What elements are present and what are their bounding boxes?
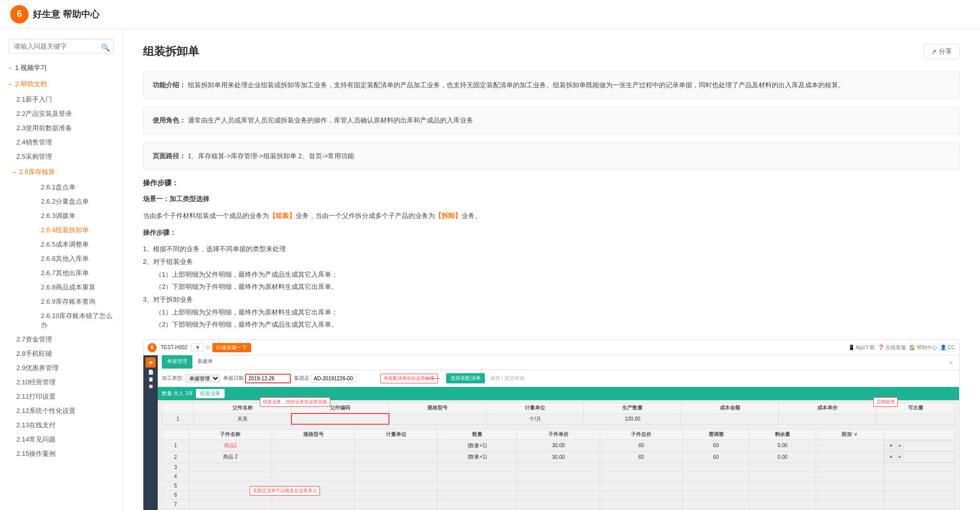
step3: 3、对于拆卸业务: [143, 294, 960, 306]
table-row: 4: [162, 472, 955, 481]
sim-app-icon: 📱 App下载: [848, 344, 875, 351]
sim-nav-icon4[interactable]: 🔲: [148, 384, 154, 389]
logo-title: 好生意 帮助中心: [33, 8, 100, 20]
share-button[interactable]: ↗ 分享: [923, 44, 960, 59]
sim-topbar-left: 6 TEST-H002 ▼ ⚙ 闪速新建一下: [148, 343, 251, 352]
sim-company: TEST-H002: [161, 345, 187, 350]
sidebar-item-video[interactable]: + 1.视频学习: [0, 60, 122, 76]
sim-type-text: 数量 共人 1/8: [162, 390, 192, 397]
sim-lower-table: 子件名称 规格型号 计量单位 数量 子件单价 子件总价 需调整: [158, 427, 959, 510]
func-intro-block: 功能介绍： 组装拆卸单用来处理企业组装或拆卸等加工业务，支持有固定装配清单的产品…: [143, 71, 960, 99]
sidebar: 🔍 + 1.视频学习 − 2.帮助文档 2.1新手入门 2.2产品安装及登录 2…: [0, 29, 122, 510]
sim-subtab-new[interactable]: 单据管理: [162, 355, 192, 369]
table-row: 1 商品1 (数量+1) 30.00 60 60: [162, 440, 955, 452]
sim-actions: 保存 | 提交审核: [490, 375, 525, 382]
page-title: 组装拆卸单: [143, 44, 199, 59]
th-unit: 计量单位: [486, 403, 584, 414]
annotation-btn1: 选择装配清单: [446, 373, 485, 383]
sidebar-item-cost-recalc[interactable]: 2.6.8商品成本重算: [24, 280, 122, 295]
sim-nav-icon3[interactable]: 📋: [148, 377, 154, 382]
layout: 🔍 + 1.视频学习 − 2.帮助文档 2.1新手入门 2.2产品安装及登录 2…: [0, 29, 980, 510]
table-row: 3: [162, 463, 955, 472]
sidebar-item-ledger[interactable]: 2.6.9库存账本查询: [24, 295, 122, 309]
sim-dropdown[interactable]: ▼: [191, 343, 204, 352]
sidebar-item-assembly[interactable]: 2.6.4组装拆卸单: [24, 223, 122, 237]
sidebar-item-docs[interactable]: − 2.帮助文档: [0, 76, 122, 92]
sim-close-icon[interactable]: ✕: [949, 360, 953, 366]
sidebar-item-purchase[interactable]: 2.5采购管理: [0, 150, 122, 164]
sidebar-item-custom[interactable]: 2.12系统个性化设置: [0, 404, 122, 418]
sim-close-area: ✕: [949, 355, 955, 370]
role-intro-block: 使用角色： 通常由生产人员或库管人员完成拆装业务的操作，库管人员确认原材料的出库…: [143, 107, 960, 134]
sim-form-date: 单据日期: [223, 374, 291, 383]
sim-wrapper: 6 TEST-H002 ▼ ⚙ 闪速新建一下 📱 App下载 ❓ 在线客服 🏠 …: [143, 340, 959, 510]
search-icon: 🔍: [101, 43, 110, 52]
role-intro-label: 使用角色：: [153, 116, 186, 124]
sidebar-item-inventory[interactable]: − 2.6库存核算: [0, 164, 122, 180]
search-input[interactable]: [8, 39, 114, 54]
sidebar-item-partial[interactable]: 2.6.2分量盘点单: [24, 195, 122, 209]
sim-table-lower: 子件名称 规格型号 计量单位 数量 子件单价 子件总价 需调整: [162, 429, 955, 509]
sidebar-item-newbie[interactable]: 2.1新手入门: [0, 92, 122, 107]
sidebar-item-payment[interactable]: 2.13在线支付: [0, 418, 122, 432]
sim-type-label: 加工类型:: [162, 375, 184, 382]
path-intro-text: 1、库存核算->库存管理->组装拆卸单 2、首页->常用功能: [188, 152, 355, 160]
main-content: 组装拆卸单 ↗ 分享 功能介绍： 组装拆卸单用来处理企业组装或拆卸等加工业务，支…: [122, 29, 980, 510]
sidebar-item-cases[interactable]: 2.15操作案例: [0, 447, 122, 461]
sim-nav-icon2[interactable]: 📄: [148, 370, 154, 375]
sim-type-select[interactable]: 单据管理: [185, 374, 220, 383]
role-intro-text: 通常由生产人员或库管人员完成拆装业务的操作，库管人员确认原材料的出库和产成品的入…: [188, 116, 473, 124]
sim-main-btn[interactable]: 闪速新建一下: [212, 343, 251, 352]
sim-assemble-btn[interactable]: 组装业务: [196, 389, 225, 398]
logo: 6 好生意 帮助中心: [10, 5, 133, 23]
sidebar-item-inbound[interactable]: 2.6.6其他入库单: [24, 252, 122, 266]
sidebar-item-data[interactable]: 2.3使用前数据准备: [0, 121, 122, 135]
path-intro-block: 页面路径： 1、库存核算->库存管理->组装拆卸单 2、首页->常用功能: [143, 142, 960, 169]
table-row: 1 关系 个/月 100.00: [162, 414, 955, 424]
sidebar-item-sales[interactable]: 2.4销售管理: [0, 135, 122, 150]
th-cost: 成本金额: [681, 403, 779, 414]
th-qty: 生产数量: [584, 403, 681, 414]
sidebar-sub-items: 2.6.1盘点单 2.6.2分量盘点单 2.6.3调拨单 2.6.4组装拆卸单 …: [0, 180, 122, 332]
annotation-text3: 组装业务，拆卸业务在这里切换: [260, 397, 330, 407]
sim-subtab-submitted[interactable]: 新建单: [192, 355, 218, 370]
sidebar-item-ledger-fix[interactable]: 2.6.10库存账本错了怎么办: [24, 309, 122, 332]
sidebar-item-print[interactable]: 2.11打印设置: [0, 390, 122, 404]
sim-date-input[interactable]: [245, 374, 291, 383]
sim-nav-icon1[interactable]: 🏠: [145, 357, 156, 368]
sidebar-item-faq[interactable]: 2.14常见问题: [0, 432, 122, 447]
sim-form-type: 加工类型: 单据管理: [162, 374, 220, 383]
sim-help: ❓ 在线客服: [878, 344, 906, 351]
sidebar-item-cost-adj[interactable]: 2.6.5成本调整单: [24, 237, 122, 252]
sim-main: 单据管理 新建单 ✕ 加工类型: 单据管理: [158, 355, 959, 510]
arrow1: [425, 378, 440, 379]
op-steps-title: 操作步骤：: [143, 227, 960, 239]
sidebar-item-coupon[interactable]: 2.9优惠券管理: [0, 361, 122, 375]
table-row: 7: [162, 500, 955, 509]
sidebar-item-mgmt[interactable]: 2.10经营管理: [0, 375, 122, 390]
sim-sku-input[interactable]: [311, 374, 357, 383]
sidebar-item-finance[interactable]: 2.7资金管理: [0, 332, 122, 347]
step2-sub2: （2）下部明细为子件明细，最终作为原材料生成其它出库单。: [155, 281, 960, 294]
step3-sub2: （2）下部明细为子件明细，最终作为产成品生成其它入库单。: [155, 319, 960, 331]
search-box: 🔍: [0, 35, 122, 60]
sidebar-label: 2.6库存核算: [19, 167, 55, 177]
highlight-disassemble: 【拆卸】: [435, 212, 461, 220]
sidebar-item-mobile[interactable]: 2.8手机旺辅: [0, 347, 122, 361]
step3-sub1: （1）上部明细为父件明细，最终作为原材料生成其它出库单；: [155, 306, 960, 319]
func-intro-label: 功能介绍：: [153, 81, 186, 89]
share-icon: ↗: [931, 48, 937, 56]
sim-avatar: 👤 CC: [940, 345, 955, 350]
sim-select-btn[interactable]: 选择装配清单: [446, 373, 485, 383]
annotation-text4: 启用处理: [873, 397, 898, 407]
sidebar-item-stocktake[interactable]: 2.6.1盘点单: [24, 180, 122, 195]
sidebar-item-outbound[interactable]: 2.6.7其他出库单: [24, 266, 122, 280]
sim-topbar-right: 📱 App下载 ❓ 在线客服 🏠 帮助中心 👤 CC: [848, 344, 955, 351]
scenario-desc-text: 当由多个子件材料组装成一个成品的业务为【组装】业务，当由一个父件拆分成多个子产品…: [143, 212, 481, 220]
highlight-assemble: 【组装】: [269, 212, 296, 220]
sim-logo: 6: [148, 343, 157, 352]
sidebar-item-transfer[interactable]: 2.6.3调拨单: [24, 209, 122, 223]
sidebar-item-install[interactable]: 2.2产品安装及登录: [0, 107, 122, 121]
scenario-desc: 当由多个子件材料组装成一个成品的业务为【组装】业务，当由一个父件拆分成多个子产品…: [143, 210, 960, 223]
content-area: 组装拆卸单 ↗ 分享 功能介绍： 组装拆卸单用来处理企业组装或拆卸等加工业务，支…: [122, 29, 980, 510]
